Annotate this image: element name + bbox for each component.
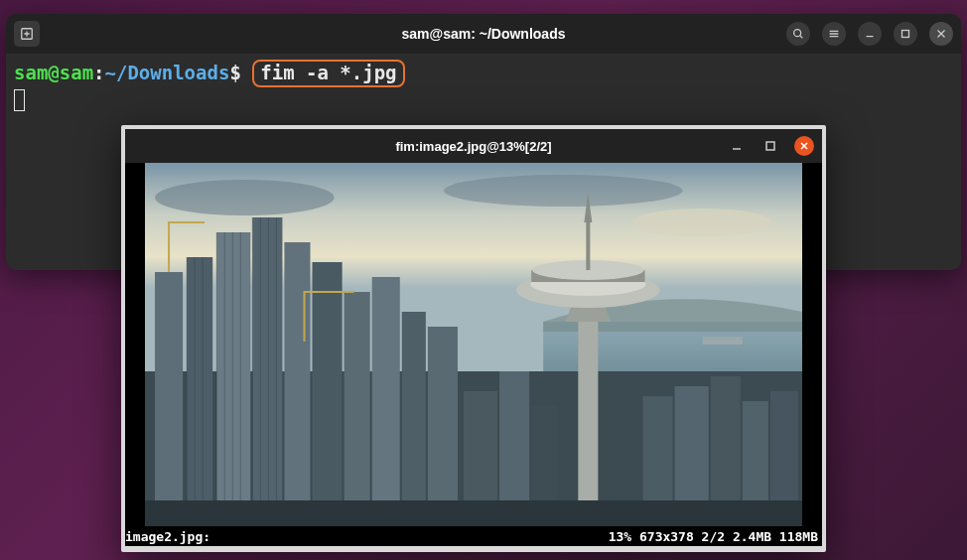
minimize-icon: [863, 27, 877, 41]
svg-rect-12: [187, 257, 212, 528]
cityscape-image: [145, 163, 802, 528]
viewer-statusbar: image2.jpg: 13% 673x378 2/2 2.4MB 118MB: [125, 526, 822, 546]
minimize-button[interactable]: [858, 22, 882, 46]
terminal-titlebar[interactable]: sam@sam: ~/Downloads: [6, 14, 961, 54]
svg-rect-19: [402, 312, 426, 528]
image-viewer-window: fim:image2.jpg@13%[2/2]: [121, 125, 826, 552]
svg-rect-20: [428, 327, 458, 528]
svg-rect-13: [216, 232, 250, 528]
svg-point-1: [794, 30, 801, 37]
svg-point-7: [632, 209, 771, 236]
prompt-user: sam@sam: [14, 62, 93, 83]
viewer-maximize-button[interactable]: [760, 136, 780, 156]
svg-rect-16: [313, 262, 343, 528]
svg-rect-18: [372, 277, 400, 528]
viewer-close-button[interactable]: [794, 136, 814, 156]
new-tab-button[interactable]: [14, 21, 40, 47]
svg-rect-11: [155, 272, 183, 528]
viewer-titlebar[interactable]: fim:image2.jpg@13%[2/2]: [125, 129, 822, 163]
menu-button[interactable]: [822, 22, 846, 46]
maximize-button[interactable]: [894, 22, 917, 46]
viewer-minimize-button[interactable]: [727, 136, 747, 156]
svg-rect-14: [252, 217, 282, 528]
close-icon: [799, 141, 809, 151]
minimize-icon: [731, 140, 743, 152]
prompt-sep: :: [93, 62, 104, 83]
svg-rect-2: [902, 31, 909, 38]
command-highlight: fim -a *.jpg: [252, 60, 404, 87]
close-icon: [934, 27, 948, 41]
status-filename: image2.jpg:: [125, 529, 210, 544]
viewer-image: [145, 163, 802, 528]
prompt-dollar: $: [229, 62, 240, 83]
close-button[interactable]: [929, 22, 953, 46]
prompt-path: ~/Downloads: [105, 62, 230, 83]
terminal-cursor: [14, 89, 25, 111]
svg-rect-3: [766, 142, 774, 150]
svg-point-6: [444, 175, 683, 207]
maximize-icon: [898, 27, 912, 41]
status-info: 13% 673x378 2/2 2.4MB 118MB: [609, 529, 818, 544]
viewer-title: fim:image2.jpg@13%[2/2]: [125, 139, 822, 154]
search-icon: [791, 27, 805, 41]
hamburger-icon: [827, 27, 841, 41]
svg-rect-29: [578, 322, 598, 528]
svg-rect-35: [586, 222, 590, 270]
svg-rect-9: [703, 337, 743, 345]
svg-rect-17: [345, 292, 370, 528]
new-tab-icon: [20, 27, 34, 41]
search-button[interactable]: [786, 22, 810, 46]
maximize-icon: [764, 140, 776, 152]
terminal-body[interactable]: sam@sam:~/Downloads$ fim -a *.jpg: [6, 54, 961, 123]
terminal-line: sam@sam:~/Downloads$ fim -a *.jpg: [14, 60, 953, 87]
svg-point-5: [155, 180, 335, 215]
svg-rect-37: [145, 500, 802, 528]
svg-rect-15: [284, 242, 310, 528]
